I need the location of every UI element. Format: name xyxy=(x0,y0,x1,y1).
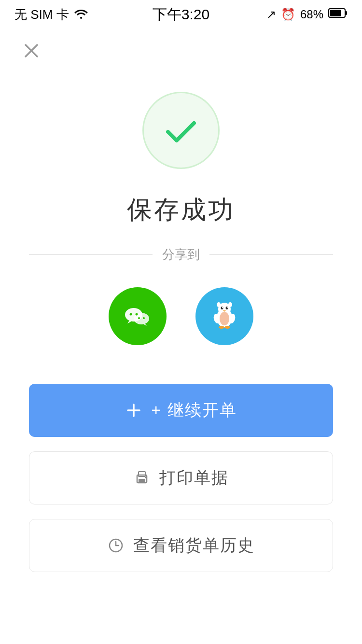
svg-point-9 xyxy=(138,317,140,319)
svg-point-21 xyxy=(224,326,230,329)
history-button[interactable]: 查看销货单历史 xyxy=(29,519,333,572)
battery-icon xyxy=(328,8,348,21)
svg-rect-27 xyxy=(139,472,145,476)
svg-point-14 xyxy=(226,307,228,309)
history-icon xyxy=(107,537,125,554)
svg-rect-2 xyxy=(330,10,341,16)
print-label: 打印单据 xyxy=(159,467,229,489)
svg-point-19 xyxy=(220,312,229,325)
share-divider-row: 分享到 xyxy=(0,246,362,263)
location-icon: ↗ xyxy=(266,8,276,21)
share-line-right xyxy=(209,254,333,255)
svg-rect-1 xyxy=(345,11,347,15)
svg-point-29 xyxy=(145,477,147,478)
history-label: 查看销货单历史 xyxy=(133,534,255,557)
svg-point-23 xyxy=(228,302,232,307)
svg-point-22 xyxy=(217,302,221,307)
svg-point-20 xyxy=(219,326,224,329)
status-bar-left: 无 SIM 卡 xyxy=(14,6,88,23)
share-section: 分享到 xyxy=(0,246,362,345)
no-sim-label: 无 SIM 卡 xyxy=(14,6,69,23)
print-icon xyxy=(133,469,151,487)
share-line-left xyxy=(29,254,153,255)
continue-order-label: + 继续开单 xyxy=(151,399,237,421)
svg-point-16 xyxy=(227,307,228,308)
wifi-icon xyxy=(74,7,88,22)
close-button[interactable] xyxy=(19,39,43,63)
alarm-icon: ⏰ xyxy=(281,8,295,21)
qq-share-button[interactable] xyxy=(195,287,253,345)
svg-point-8 xyxy=(136,313,138,316)
close-area xyxy=(0,29,362,72)
share-label: 分享到 xyxy=(153,246,209,263)
status-bar-time: 下午3:20 xyxy=(153,5,209,25)
success-circle-icon xyxy=(142,92,220,169)
svg-point-13 xyxy=(221,307,223,309)
svg-rect-28 xyxy=(139,479,145,483)
status-bar: 无 SIM 卡 下午3:20 ↗ ⏰ 68% xyxy=(0,0,362,29)
print-button[interactable]: 打印单据 xyxy=(29,451,333,504)
success-section: 保存成功 xyxy=(0,92,362,227)
wechat-share-button[interactable] xyxy=(109,287,167,345)
continue-order-button[interactable]: + 继续开单 xyxy=(29,384,333,437)
status-bar-right: ↗ ⏰ 68% xyxy=(266,8,348,21)
plus-icon xyxy=(125,402,142,419)
svg-point-7 xyxy=(130,313,132,316)
svg-point-15 xyxy=(222,307,223,308)
success-title: 保存成功 xyxy=(127,193,235,227)
actions-section: + 继续开单 打印单据 查看销货单历史 xyxy=(0,364,362,591)
battery-percent: 68% xyxy=(300,8,323,21)
svg-point-10 xyxy=(143,317,145,319)
share-icons-row xyxy=(109,287,253,345)
